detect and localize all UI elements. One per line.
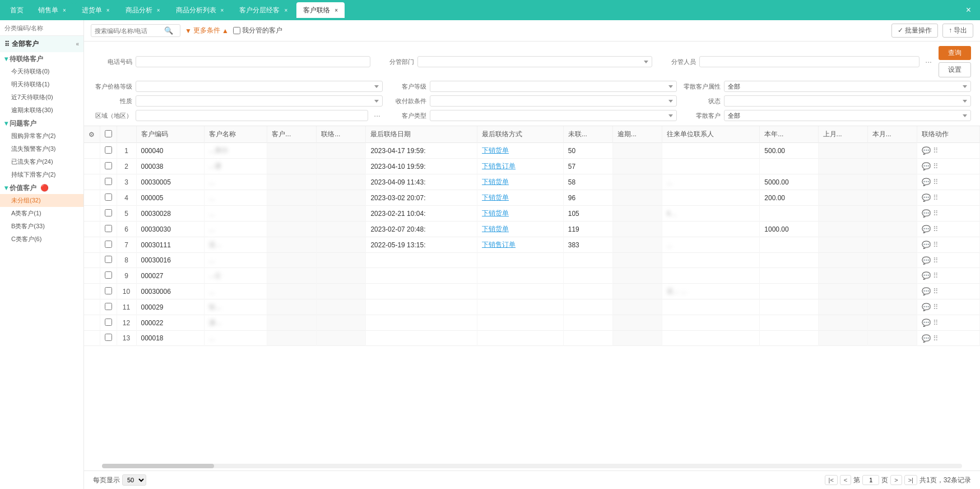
my-customers-checkbox[interactable] — [233, 27, 240, 34]
batch-btn[interactable]: ✓ 批量操作 — [891, 24, 938, 38]
message-icon[interactable]: 💬 — [922, 287, 931, 296]
sidebar-search-input[interactable] — [4, 25, 82, 31]
close-product-analysis-tab[interactable]: × — [157, 7, 160, 13]
customer-level-select[interactable] — [430, 81, 677, 92]
row-checkbox[interactable] — [105, 334, 112, 341]
message-icon[interactable]: 💬 — [922, 178, 931, 186]
row-checkbox[interactable] — [105, 271, 112, 279]
gender-select[interactable] — [136, 95, 383, 107]
row-checkbox[interactable] — [105, 241, 112, 248]
per-page-select[interactable]: 50 — [122, 474, 146, 486]
filter-search-icon[interactable]: 🔍 — [164, 26, 173, 35]
query-btn[interactable]: 查询 — [939, 46, 971, 60]
filter-search-input[interactable] — [95, 27, 162, 34]
grid-action-icon[interactable]: ⠿ — [933, 271, 939, 280]
close-customer-segment-tab[interactable]: × — [284, 7, 287, 13]
close-sales-tab[interactable]: × — [63, 7, 66, 13]
row-checkbox[interactable] — [105, 225, 112, 232]
sidebar-item-c-class[interactable]: C类客户(6) — [0, 233, 83, 246]
grid-action-icon[interactable]: ⠿ — [933, 319, 939, 327]
message-icon[interactable]: 💬 — [922, 209, 931, 218]
person-more-icon[interactable]: ··· — [923, 57, 934, 66]
retail-attr-select[interactable]: 全部 — [724, 81, 971, 92]
tab-product-analysis[interactable]: 商品分析 × — [119, 2, 167, 18]
next-page-btn[interactable]: > — [890, 475, 902, 485]
payment-select[interactable] — [430, 95, 677, 107]
row-checkbox[interactable] — [105, 178, 112, 185]
grid-action-icon[interactable]: ⠿ — [933, 146, 939, 155]
message-icon[interactable]: 💬 — [922, 146, 931, 155]
message-icon[interactable]: 💬 — [922, 225, 931, 233]
reset-btn[interactable]: 设置 — [939, 62, 971, 77]
tab-product-list[interactable]: 商品分析列表 × — [169, 2, 231, 18]
retail-customer-select[interactable]: 全部 — [724, 110, 971, 121]
close-customer-contact-tab[interactable]: × — [335, 7, 338, 13]
row-checkbox[interactable] — [105, 319, 112, 326]
filter-more-btn[interactable]: ▼ 更多条件 ▲ — [185, 26, 229, 35]
row-checkbox[interactable] — [105, 209, 112, 216]
grid-action-icon[interactable]: ⠿ — [933, 209, 939, 218]
settings-col[interactable]: ⚙ — [84, 126, 100, 143]
grid-action-icon[interactable]: ⠿ — [933, 241, 939, 249]
message-icon[interactable]: 💬 — [922, 162, 931, 170]
horizontal-scrollbar[interactable] — [84, 462, 980, 470]
message-icon[interactable]: 💬 — [922, 241, 931, 249]
sidebar-item-tomorrow[interactable]: 明天待联络(1) — [0, 78, 83, 91]
person-input[interactable] — [699, 56, 919, 67]
grid-action-icon[interactable]: ⠿ — [933, 162, 939, 170]
sidebar-item-7days[interactable]: 近7天待联络(0) — [0, 91, 83, 104]
prev-page-btn[interactable]: < — [840, 475, 851, 485]
message-icon[interactable]: 💬 — [922, 271, 931, 280]
sidebar-item-today[interactable]: 今天待联络(0) — [0, 65, 83, 78]
message-icon[interactable]: 💬 — [922, 319, 931, 327]
sidebar-item-ungrouped[interactable]: 未分组(32) — [0, 194, 83, 207]
grid-action-icon[interactable]: ⠿ — [933, 303, 939, 311]
message-icon[interactable]: 💬 — [922, 256, 931, 265]
row-checkbox[interactable] — [105, 146, 112, 154]
grid-action-icon[interactable]: ⠿ — [933, 225, 939, 233]
page-input[interactable] — [862, 475, 879, 485]
row-checkbox[interactable] — [105, 303, 112, 310]
message-icon[interactable]: 💬 — [922, 334, 931, 343]
tab-purchase[interactable]: 进货单 × — [75, 2, 117, 18]
message-icon[interactable]: 💬 — [922, 303, 931, 311]
all-customers-header[interactable]: ⠿ 全部客户 « — [0, 36, 83, 52]
last-page-btn[interactable]: >| — [904, 475, 917, 485]
check-all[interactable] — [105, 130, 112, 137]
region-input[interactable] — [136, 110, 368, 121]
region-more-icon[interactable]: ··· — [371, 111, 383, 120]
tab-customer-segment[interactable]: 客户分层经客 × — [233, 2, 294, 18]
row-overdue — [612, 222, 662, 237]
row-checkbox[interactable] — [105, 193, 112, 201]
tab-sales[interactable]: 销售单 × — [31, 2, 73, 18]
customer-type-select[interactable] — [430, 110, 677, 121]
sidebar-item-b-class[interactable]: B类客户(33) — [0, 220, 83, 233]
grid-action-icon[interactable]: ⠿ — [933, 193, 939, 202]
window-close[interactable]: × — [962, 5, 976, 15]
sidebar-item-overdue[interactable]: 逾期未联络(30) — [0, 104, 83, 117]
home-tab[interactable]: 首页 — [4, 6, 29, 15]
sidebar-item-a-class[interactable]: A类客户(1) — [0, 207, 83, 220]
grid-action-icon[interactable]: ⠿ — [933, 178, 939, 186]
sidebar-item-lost[interactable]: 已流失客户(24) — [0, 155, 83, 168]
row-checkbox[interactable] — [105, 287, 112, 294]
row-checkbox[interactable] — [105, 256, 112, 263]
phone-input[interactable] — [136, 56, 370, 67]
first-page-btn[interactable]: |< — [825, 475, 838, 485]
message-icon[interactable]: 💬 — [922, 193, 931, 202]
sidebar-item-warning[interactable]: 流失预警客户(3) — [0, 142, 83, 155]
sidebar-collapse-icon[interactable]: « — [76, 41, 79, 47]
grid-action-icon[interactable]: ⠿ — [933, 287, 939, 296]
close-purchase-tab[interactable]: × — [106, 7, 110, 13]
export-btn[interactable]: ↑ 导出 — [942, 24, 973, 38]
sidebar-item-abnormal[interactable]: 囤购异常客户(2) — [0, 130, 83, 142]
sidebar-item-declining[interactable]: 持续下滑客户(2) — [0, 168, 83, 181]
price-level-select[interactable] — [136, 81, 383, 92]
grid-action-icon[interactable]: ⠿ — [933, 334, 939, 343]
dept-select[interactable] — [417, 56, 652, 67]
tab-customer-contact[interactable]: 客户联络 × — [296, 2, 345, 18]
status-select[interactable] — [724, 95, 971, 107]
grid-action-icon[interactable]: ⠿ — [933, 256, 939, 265]
row-checkbox[interactable] — [105, 162, 112, 169]
close-product-list-tab[interactable]: × — [221, 7, 224, 13]
